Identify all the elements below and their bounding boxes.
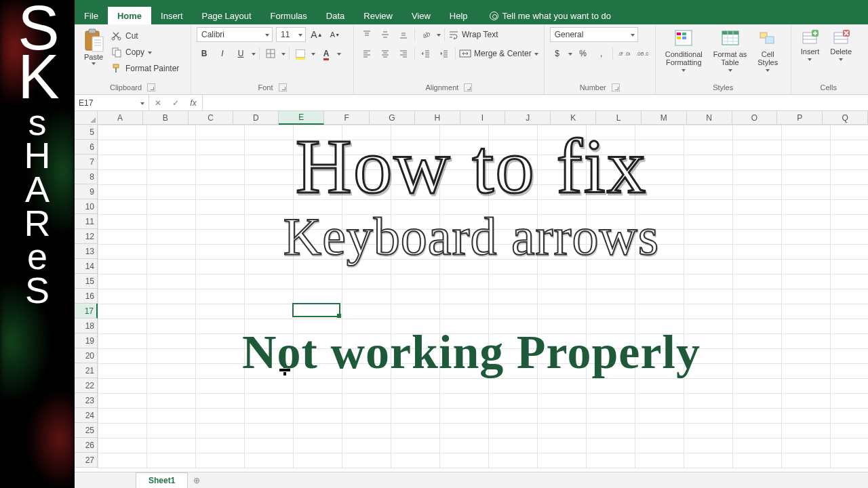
row-header-7[interactable]: 7 xyxy=(75,155,98,169)
column-header-C[interactable]: C xyxy=(189,111,234,125)
row-header-27[interactable]: 27 xyxy=(75,453,98,468)
enter-formula-button[interactable]: ✓ xyxy=(167,98,184,108)
row-header-22[interactable]: 22 xyxy=(75,378,98,393)
cell-styles-button[interactable]: Cell Styles xyxy=(753,27,782,73)
column-header-A[interactable]: A xyxy=(98,111,143,125)
chevron-down-icon[interactable] xyxy=(281,53,285,56)
align-top-button[interactable] xyxy=(359,28,374,41)
chevron-down-icon[interactable] xyxy=(252,53,256,56)
insert-cells-button[interactable]: Insert xyxy=(797,27,824,62)
formula-input[interactable] xyxy=(203,95,868,110)
copy-button[interactable]: Copy xyxy=(111,45,179,60)
italic-button[interactable]: I xyxy=(215,47,230,60)
comma-button[interactable]: , xyxy=(594,47,609,60)
tab-home[interactable]: Home xyxy=(108,7,151,24)
name-box[interactable]: E17 xyxy=(75,95,149,110)
row-header-12[interactable]: 12 xyxy=(75,229,98,244)
row-header-16[interactable]: 16 xyxy=(75,289,98,304)
row-header-9[interactable]: 9 xyxy=(75,184,98,199)
column-header-P[interactable]: P xyxy=(777,111,823,125)
row-header-5[interactable]: 5 xyxy=(75,125,98,140)
delete-cells-button[interactable]: Delete xyxy=(826,27,856,62)
row-header-23[interactable]: 23 xyxy=(75,393,98,408)
merge-center-button[interactable]: Merge & Center xyxy=(459,46,538,61)
tell-me[interactable]: Tell me what you want to do xyxy=(477,7,611,24)
cancel-formula-button[interactable]: ✕ xyxy=(149,98,167,108)
row-header-6[interactable]: 6 xyxy=(75,140,98,155)
row-header-19[interactable]: 19 xyxy=(75,333,98,348)
cells-area[interactable] xyxy=(98,125,868,488)
row-header-18[interactable]: 18 xyxy=(75,319,98,333)
font-size-combo[interactable]: 11 xyxy=(276,27,306,42)
insert-function-button[interactable]: fx xyxy=(184,98,202,108)
row-header-25[interactable]: 25 xyxy=(75,423,98,438)
format-painter-button[interactable]: Format Painter xyxy=(111,61,179,76)
increase-decimal-button[interactable]: .0.00 xyxy=(616,47,631,60)
wrap-text-button[interactable]: Wrap Text xyxy=(448,27,498,42)
align-middle-button[interactable] xyxy=(378,28,393,41)
increase-indent-button[interactable] xyxy=(437,47,452,60)
column-header-N[interactable]: N xyxy=(687,111,732,125)
row-header-15[interactable]: 15 xyxy=(75,274,98,289)
align-center-button[interactable] xyxy=(378,47,393,60)
increase-font-button[interactable]: A▲ xyxy=(309,28,324,41)
new-sheet-button[interactable]: ⊕ xyxy=(188,472,205,488)
font-name-combo[interactable]: Calibri xyxy=(197,27,273,42)
column-header-B[interactable]: B xyxy=(143,111,189,125)
dialog-launcher-icon[interactable] xyxy=(279,83,287,92)
decrease-indent-button[interactable] xyxy=(418,47,433,60)
row-header-17[interactable]: 17 xyxy=(75,304,98,319)
tab-data[interactable]: Data xyxy=(317,7,354,24)
active-cell[interactable] xyxy=(292,303,340,317)
column-header-H[interactable]: H xyxy=(415,111,460,125)
select-all-button[interactable] xyxy=(75,111,98,125)
column-header-K[interactable]: K xyxy=(551,111,596,125)
tab-formulas[interactable]: Formulas xyxy=(261,7,317,24)
column-header-I[interactable]: I xyxy=(460,111,506,125)
dialog-launcher-icon[interactable] xyxy=(464,83,472,92)
decrease-decimal-button[interactable]: .00.0 xyxy=(635,47,650,60)
row-header-14[interactable]: 14 xyxy=(75,259,98,274)
cut-button[interactable]: Cut xyxy=(111,28,179,43)
align-right-button[interactable] xyxy=(396,47,411,60)
row-header-10[interactable]: 10 xyxy=(75,199,98,214)
column-header-Q[interactable]: Q xyxy=(823,111,868,125)
row-header-20[interactable]: 20 xyxy=(75,348,98,363)
border-button[interactable] xyxy=(263,47,278,60)
tab-view[interactable]: View xyxy=(402,7,440,24)
chevron-down-icon[interactable] xyxy=(311,53,315,56)
chevron-down-icon[interactable] xyxy=(337,53,341,56)
bold-button[interactable]: B xyxy=(197,47,212,60)
chevron-down-icon[interactable] xyxy=(437,34,441,37)
align-bottom-button[interactable] xyxy=(396,28,411,41)
percent-button[interactable]: % xyxy=(576,47,591,60)
row-header-24[interactable]: 24 xyxy=(75,408,98,423)
font-color-button[interactable]: A xyxy=(319,47,334,60)
column-header-O[interactable]: O xyxy=(732,111,778,125)
row-header-26[interactable]: 26 xyxy=(75,438,98,453)
row-header-11[interactable]: 11 xyxy=(75,214,98,229)
decrease-font-button[interactable]: A▼ xyxy=(328,28,342,41)
row-header-21[interactable]: 21 xyxy=(75,363,98,378)
column-header-L[interactable]: L xyxy=(596,111,642,125)
tab-help[interactable]: Help xyxy=(440,7,477,24)
tab-file[interactable]: File xyxy=(75,7,108,24)
tab-page-layout[interactable]: Page Layout xyxy=(193,7,261,24)
format-as-table-button[interactable]: Format as Table xyxy=(709,27,751,73)
fill-color-button[interactable] xyxy=(293,47,308,60)
column-header-G[interactable]: G xyxy=(370,111,415,125)
dialog-launcher-icon[interactable] xyxy=(147,83,155,92)
column-header-D[interactable]: D xyxy=(233,111,279,125)
column-header-M[interactable]: M xyxy=(642,111,687,125)
number-format-combo[interactable]: General xyxy=(550,27,638,42)
worksheet-grid[interactable]: ABCDEFGHIJKLMNOPQ 5678910111213141516171… xyxy=(75,111,868,488)
tab-insert[interactable]: Insert xyxy=(151,7,193,24)
paste-button[interactable]: Paste xyxy=(80,27,107,66)
row-header-8[interactable]: 8 xyxy=(75,169,98,184)
column-header-J[interactable]: J xyxy=(505,111,551,125)
sheet-tab-active[interactable]: Sheet1 xyxy=(136,472,188,488)
conditional-formatting-button[interactable]: Conditional Formatting xyxy=(661,27,707,73)
align-left-button[interactable] xyxy=(359,47,374,60)
column-header-F[interactable]: F xyxy=(324,111,370,125)
orientation-button[interactable]: ab xyxy=(418,28,433,41)
